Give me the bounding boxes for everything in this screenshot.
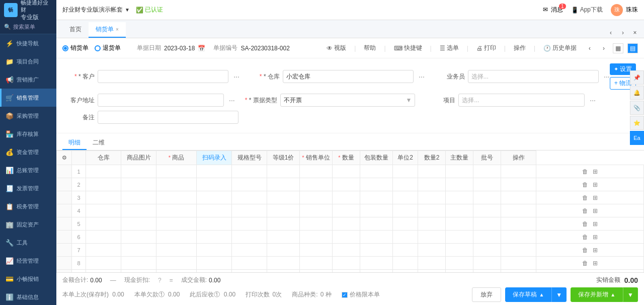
address-input[interactable] <box>98 94 224 107</box>
help-icon[interactable]: ? <box>158 277 162 284</box>
right-panel-icon-1[interactable]: 📌 <box>630 70 644 85</box>
col-product-img[interactable]: 商品图片 <box>121 151 156 165</box>
row-copy-btn[interactable]: ⊞ <box>591 220 599 228</box>
operation-btn[interactable]: 操作 <box>510 42 530 54</box>
save-draft-btn[interactable]: 保存草稿 ▲ <box>505 287 551 302</box>
tab-next-btn[interactable]: › <box>618 28 628 38</box>
remark-input[interactable] <box>98 111 238 124</box>
project-dots[interactable]: ··· <box>590 96 596 104</box>
sidebar-search[interactable]: 🔍 搜索菜单 <box>0 20 56 34</box>
row-delete-btn[interactable]: 🗑 <box>581 246 589 254</box>
sidebar-item-invoice[interactable]: 🧾 发票管理 <box>0 179 56 197</box>
col-price1[interactable]: 等级1价 <box>267 151 300 165</box>
row-delete-btn[interactable]: 🗑 <box>581 220 589 228</box>
sidebar-item-fixed-assets[interactable]: 🏢 固定资产 <box>0 215 56 234</box>
help-btn[interactable]: 帮助 <box>360 42 380 54</box>
warehouse-dots[interactable]: ··· <box>419 72 425 81</box>
sidebar-item-tools[interactable]: 🔧 工具 <box>0 234 56 252</box>
radio-return-order[interactable]: 退货单 <box>95 44 121 52</box>
table-row[interactable]: 3🗑⊞ <box>57 191 644 204</box>
view-btn[interactable]: 👁 视版 <box>323 42 350 54</box>
col-qty2[interactable]: 数量2 <box>418 151 446 165</box>
warehouse-input[interactable]: 小宏仓库 <box>283 70 414 83</box>
col-spec[interactable]: 规格型号 <box>232 151 267 165</box>
toolbar-grid-btn2[interactable]: ▤ <box>627 43 638 53</box>
message-btn[interactable]: ✉ 1 消息 <box>543 6 562 14</box>
sidebar-item-basic[interactable]: ℹ️ 基础信息 <box>0 288 56 305</box>
toolbar-grid-btn1[interactable]: ▦ <box>613 43 623 53</box>
tab-close-icon[interactable]: × <box>116 27 119 32</box>
sidebar-item-ops[interactable]: 📈 经营管理 <box>0 252 56 270</box>
col-quantity[interactable]: 数量 <box>333 151 360 165</box>
right-panel-icon-3[interactable]: 📎 <box>630 101 644 115</box>
radio-sales-order[interactable]: 销货单 <box>62 44 89 52</box>
row-copy-btn[interactable]: ⊞ <box>591 259 599 267</box>
save-new-btn[interactable]: 保存并新增 ▲ <box>571 287 623 302</box>
col-settings[interactable]: ⚙ <box>57 151 72 165</box>
price-limit-checkbox[interactable]: ✓ <box>342 292 348 298</box>
shortcut-btn[interactable]: ⌨ 快捷键 <box>390 42 426 54</box>
col-sales-unit[interactable]: 销售单位 <box>300 151 333 165</box>
col-main-qty[interactable]: 主数量 <box>446 151 473 165</box>
table-tab-detail[interactable]: 明细 <box>62 136 87 150</box>
row-copy-btn[interactable]: ⊞ <box>591 181 599 189</box>
row-delete-btn[interactable]: 🗑 <box>581 181 589 189</box>
save-draft-arrow-btn[interactable]: ▼ <box>551 287 567 302</box>
tab-prev-btn[interactable]: ‹ <box>606 28 616 38</box>
sidebar-item-project[interactable]: 📁 项目合同 <box>0 52 56 70</box>
app-download-btn[interactable]: 📱 App下载 <box>571 6 603 14</box>
table-row[interactable]: 2🗑⊞ <box>57 178 644 191</box>
row-copy-btn[interactable]: ⊞ <box>591 246 599 254</box>
tab-sales-order[interactable]: 销货单 × <box>89 22 126 38</box>
user-info[interactable]: 珠 珠珠 <box>611 4 638 16</box>
tab-home[interactable]: 首页 <box>62 22 89 38</box>
row-delete-btn[interactable]: 🗑 <box>581 194 589 202</box>
col-warehouse[interactable]: 仓库 <box>86 151 121 165</box>
tab-close-all-btn[interactable]: × <box>630 28 640 38</box>
select-btn[interactable]: ☰ 选单 <box>436 42 463 54</box>
table-row[interactable]: 1🗑⊞ <box>57 165 644 178</box>
right-panel-icon-2[interactable]: 🔔 <box>630 86 644 100</box>
sidebar-item-reports[interactable]: 💳 小畅报销 <box>0 270 56 288</box>
table-row[interactable]: 5🗑⊞ <box>57 217 644 231</box>
toolbar-next-btn[interactable]: › <box>599 43 609 53</box>
table-row[interactable]: 8🗑⊞ <box>57 257 644 270</box>
sidebar-item-funds[interactable]: 💰 资金管理 <box>0 143 56 161</box>
abandon-btn[interactable]: 放弃 <box>472 287 501 302</box>
sidebar-item-marketing[interactable]: 📢 营销推广 <box>0 70 56 89</box>
invoice-select[interactable]: 不开票 ▼ <box>280 94 416 107</box>
row-copy-btn[interactable]: ⊞ <box>591 168 599 176</box>
row-copy-btn[interactable]: ⊞ <box>591 194 599 202</box>
staff-dots[interactable]: ··· <box>604 72 610 81</box>
sidebar-item-quicknav[interactable]: ⚡ 快捷导航 <box>0 34 56 52</box>
sidebar-item-inventory[interactable]: 🏪 库存核算 <box>0 125 56 143</box>
sidebar-item-tax[interactable]: 📋 税务管理 <box>0 197 56 215</box>
row-delete-btn[interactable]: 🗑 <box>581 259 589 267</box>
staff-input[interactable]: 选择... <box>468 70 599 83</box>
right-panel-icon-4[interactable]: ⭐ <box>630 116 644 130</box>
row-copy-btn[interactable]: ⊞ <box>591 233 599 241</box>
col-batch[interactable]: 批号 <box>473 151 501 165</box>
sidebar-item-sales[interactable]: 🛒 销售管理 <box>0 89 56 107</box>
sidebar-item-purchase[interactable]: 📦 采购管理 <box>0 107 56 125</box>
row-delete-btn[interactable]: 🗑 <box>581 233 589 241</box>
address-dots[interactable]: ··· <box>229 96 235 104</box>
col-pack-qty[interactable]: 包装数量 <box>360 151 393 165</box>
col-batch-import[interactable]: 扫码录入 <box>197 151 232 165</box>
table-tab-2d[interactable]: 二维 <box>87 136 111 150</box>
company-selector[interactable]: 好业财专业版演示帐套 ▼ <box>62 6 130 14</box>
toolbar-prev-btn[interactable]: ‹ <box>585 43 595 53</box>
row-copy-btn[interactable]: ⊞ <box>591 207 599 215</box>
table-row[interactable]: 6🗑⊞ <box>57 231 644 244</box>
customer-dots[interactable]: ··· <box>233 72 239 81</box>
history-btn[interactable]: 🕐 历史单据 <box>539 42 581 54</box>
right-panel-icon-5[interactable]: Ea <box>630 131 644 145</box>
row-delete-btn[interactable]: 🗑 <box>581 207 589 215</box>
table-row[interactable]: 4🗑⊞ <box>57 204 644 217</box>
customer-input[interactable] <box>98 70 228 83</box>
row-delete-btn[interactable]: 🗑 <box>581 168 589 176</box>
project-input[interactable]: 选择... <box>458 94 585 107</box>
date-value[interactable]: 2023-03-18 <box>164 45 195 52</box>
col-product[interactable]: 商品 <box>156 151 197 165</box>
table-row[interactable]: 7🗑⊞ <box>57 244 644 257</box>
